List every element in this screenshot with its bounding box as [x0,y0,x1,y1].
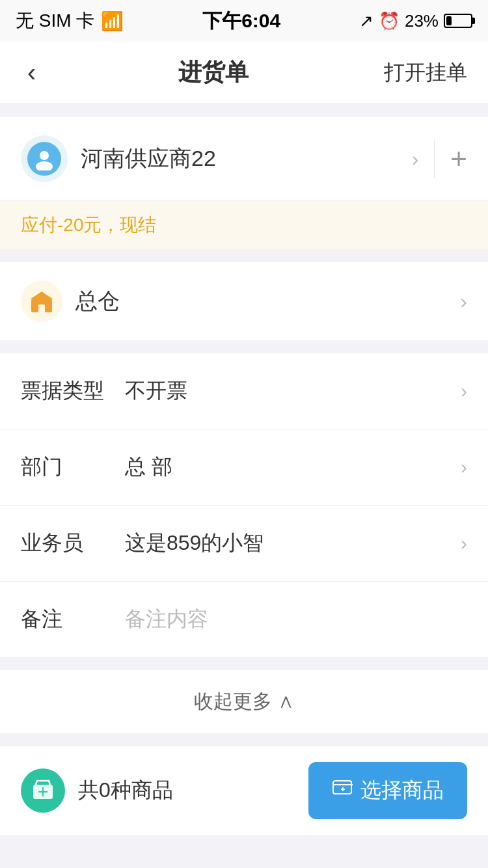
add-button[interactable]: + [450,142,467,175]
battery-percent: 23% [405,11,439,31]
back-button[interactable]: ‹ [21,51,42,94]
status-carrier: 无 SIM 卡 📶 [16,8,124,33]
product-icon [21,768,65,813]
department-chevron-icon: › [461,456,467,478]
carrier-text: 无 SIM 卡 [16,8,94,33]
select-product-button[interactable]: 选择商品 [308,762,467,819]
avatar-inner [27,142,61,176]
svg-point-0 [40,151,49,160]
department-row[interactable]: 部门 总 部 › [0,429,488,506]
status-time: 下午6:04 [202,8,280,34]
collapse-row[interactable]: 收起更多 ∧ [0,670,488,733]
page-title: 进货单 [178,57,249,88]
page-background [0,835,488,868]
salesperson-value: 这是859的小智 [125,529,461,558]
warehouse-icon [21,280,62,322]
supplier-section: 河南供应商22 › + 应付-20元，现结 [0,117,488,249]
warehouse-row[interactable]: 总仓 › [0,262,488,340]
form-section: 票据类型 不开票 › 部门 总 部 › 业务员 这是859的小智 › 备注 备注… [0,353,488,657]
status-bar: 无 SIM 卡 📶 下午6:04 ↗ ⏰ 23% [0,0,488,42]
svg-rect-4 [38,305,45,312]
department-label: 部门 [21,453,112,481]
supplier-name: 河南供应商22 [81,144,412,174]
nav-bar: ‹ 进货单 打开挂单 [0,42,488,104]
invoice-type-chevron-icon: › [461,380,467,402]
bottom-bar: 共0种商品 选择商品 [0,746,488,835]
avatar [21,135,68,182]
invoice-type-label: 票据类型 [21,377,112,405]
battery-icon [444,14,472,28]
wifi-icon: 📶 [101,10,124,32]
salesperson-chevron-icon: › [461,532,467,554]
department-value: 总 部 [125,453,461,481]
svg-point-1 [36,161,53,170]
supplier-chevron-icon: › [412,147,419,171]
remark-row[interactable]: 备注 备注内容 [0,582,488,657]
select-product-label: 选择商品 [360,776,444,805]
location-icon: ↗ [359,11,373,31]
open-pending-button[interactable]: 打开挂单 [384,59,467,87]
top-divider [0,104,488,117]
status-right: ↗ ⏰ 23% [359,11,472,31]
invoice-type-value: 不开票 [125,377,461,405]
supplier-row[interactable]: 河南供应商22 › + [0,117,488,201]
warehouse-chevron-icon: › [460,290,467,314]
remark-placeholder: 备注内容 [125,605,467,634]
salesperson-label: 业务员 [21,529,112,558]
info-notice: 应付-20元，现结 [0,201,488,249]
svg-marker-3 [30,292,53,299]
remark-label: 备注 [21,605,112,634]
product-count: 共0种商品 [78,776,308,805]
salesperson-row[interactable]: 业务员 这是859的小智 › [0,506,488,582]
alarm-icon: ⏰ [379,11,400,31]
cart-icon [332,778,354,803]
collapse-label: 收起更多 ∧ [194,688,293,715]
invoice-type-row[interactable]: 票据类型 不开票 › [0,353,488,429]
vertical-divider [434,139,435,178]
warehouse-name: 总仓 [75,286,460,316]
